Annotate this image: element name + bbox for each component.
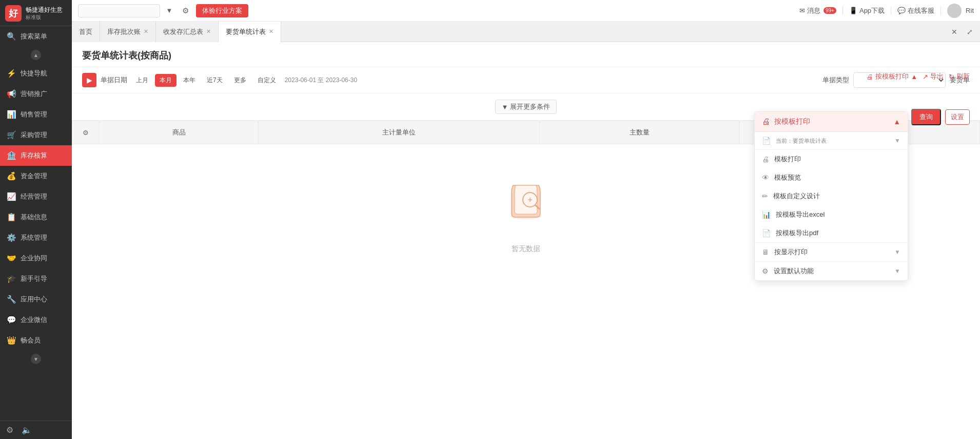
sidebar: 好 畅捷通好生意 标准版 🔍 搜索菜单 ▲ ⚡ 快捷导航 📢 营销推广 📊 销售… <box>0 0 72 439</box>
date-btn-custom[interactable]: 自定义 <box>253 74 281 87</box>
purchase-icon: 🛒 <box>6 130 16 140</box>
topbar-gear-icon[interactable]: ⚙ <box>179 4 192 17</box>
tab-inventory-batch-close[interactable]: ✕ <box>144 28 148 35</box>
set-default-icon: ⚙ <box>762 267 769 275</box>
sidebar-item-member[interactable]: 👑 畅会员 <box>0 330 72 351</box>
expand-more-icon: ▼ <box>502 103 508 111</box>
promo-button[interactable]: 体验行业方案 <box>196 4 248 17</box>
expand-more-button[interactable]: ▼ 展开更多条件 <box>495 100 557 114</box>
guide-icon: 🎓 <box>6 274 16 284</box>
table-settings-icon[interactable]: ⚙ <box>79 125 93 140</box>
date-btn-more[interactable]: 更多 <box>229 74 251 87</box>
dropdown-display-print[interactable]: 🖥 按显示打印 ▼ <box>755 243 908 261</box>
app-download-button[interactable]: 📱 App下载 <box>849 6 885 15</box>
search-input[interactable] <box>78 4 160 17</box>
avatar[interactable] <box>947 4 962 18</box>
tab-stock-summary[interactable]: 收发存汇总表 ✕ <box>156 22 219 42</box>
item-print-label: 模板打印 <box>774 155 900 164</box>
dropdown-item-pdf[interactable]: 📄 按模板导出pdf <box>755 224 908 242</box>
dropdown-item-print[interactable]: 🖨 模板打印 <box>755 150 908 168</box>
sidebar-item-quick[interactable]: ⚡ 快捷导航 <box>0 63 72 84</box>
date-label: 单据日期 <box>101 75 127 85</box>
app-name: 畅捷通好生意 <box>26 6 63 14</box>
tab-window-close[interactable]: ✕ <box>948 26 961 38</box>
current-chevron-icon: ▼ <box>894 137 900 144</box>
page-header: 要货单统计表(按商品) <box>72 42 980 67</box>
sidebar-item-search[interactable]: 🔍 搜索菜单 <box>0 26 72 47</box>
col-unit-label: 主计量单位 <box>382 128 416 136</box>
export-label: 导出 <box>930 72 944 81</box>
print-dropdown-panel: 🖨 按模板打印 ▲ 📄 当前：要货单统计表 ▼ 🖨 模板打印 👁 <box>754 111 908 281</box>
sidebar-item-apps[interactable]: 🔧 应用中心 <box>0 289 72 310</box>
username-label: Rit <box>966 7 974 14</box>
item-preview-icon: 👁 <box>762 174 769 182</box>
tab-inventory-batch[interactable]: 库存批次账 ✕ <box>100 22 156 42</box>
tab-home[interactable]: 首页 <box>72 22 100 42</box>
display-print-label: 按显示打印 <box>774 247 808 257</box>
print-button[interactable]: 🖨 按模板打印 ▲ <box>867 72 917 81</box>
sidebar-item-basic[interactable]: 📋 基础信息 <box>0 207 72 227</box>
message-icon: ✉ <box>799 7 805 14</box>
download-icon: 📱 <box>849 7 857 14</box>
sidebar-item-collab[interactable]: 🤝 企业协同 <box>0 248 72 269</box>
dropdown-print-icon: 🖨 <box>762 117 770 126</box>
scroll-down-area: ▼ <box>0 351 72 367</box>
date-btn-7days[interactable]: 近7天 <box>202 74 227 87</box>
dropdown-item-preview[interactable]: 👁 模板预览 <box>755 168 908 187</box>
marketing-icon: 📢 <box>6 89 16 99</box>
basic-icon: 📋 <box>6 212 16 222</box>
export-button[interactable]: ↗ 导出 <box>923 72 944 81</box>
online-service-label: 在线客服 <box>908 6 934 15</box>
sidebar-item-basic-label: 基础信息 <box>21 213 47 222</box>
apps-icon: 🔧 <box>6 294 16 304</box>
service-icon: 💬 <box>897 7 906 14</box>
tab-order-stats[interactable]: 要货单统计表 ✕ <box>219 22 281 42</box>
sidebar-item-fund[interactable]: 💰 资金管理 <box>0 166 72 186</box>
date-buttons: 上月 本月 本年 近7天 更多 自定义 <box>131 74 281 87</box>
sidebar-nav: ▲ ⚡ 快捷导航 📢 营销推广 📊 销售管理 🛒 采购管理 🏦 库存核算 💰 资… <box>0 47 72 421</box>
sidebar-item-wechat[interactable]: 💬 企业微信 <box>0 310 72 330</box>
settings-bottom-icon[interactable]: ⚙ <box>6 425 13 435</box>
main-area: ▼ ⚙ 体验行业方案 ✉ 消息 99+ 📱 App下载 💬 在线客服 Rit 首… <box>72 0 980 439</box>
query-button[interactable]: 查询 <box>911 109 941 125</box>
date-btn-current-year[interactable]: 本年 <box>179 74 200 87</box>
tab-stock-summary-close[interactable]: ✕ <box>206 28 211 35</box>
sidebar-item-inventory[interactable]: 🏦 库存核算 <box>0 145 72 166</box>
app-logo: 好 畅捷通好生意 标准版 <box>0 0 72 26</box>
scroll-down-button[interactable]: ▼ <box>31 354 41 364</box>
tab-window-expand[interactable]: ⤢ <box>964 26 976 38</box>
refresh-label: 刷新 <box>956 72 970 81</box>
display-print-chevron-icon: ▼ <box>894 249 900 256</box>
collab-icon: 🤝 <box>6 253 16 263</box>
refresh-button[interactable]: ↻ 刷新 <box>949 72 970 81</box>
sidebar-item-purchase[interactable]: 🛒 采购管理 <box>0 125 72 145</box>
dropdown-set-default[interactable]: ⚙ 设置默认功能 ▼ <box>755 262 908 280</box>
settings-button[interactable]: 设置 <box>945 109 970 125</box>
sidebar-item-marketing[interactable]: 📢 营销推广 <box>0 84 72 104</box>
topbar-dropdown-icon[interactable]: ▼ <box>164 6 174 16</box>
filter-expand-button[interactable]: ▶ <box>82 73 96 87</box>
tab-order-stats-close[interactable]: ✕ <box>269 28 273 35</box>
online-service-button[interactable]: 💬 在线客服 <box>897 6 934 15</box>
sidebar-item-wechat-label: 企业微信 <box>21 315 47 325</box>
sidebar-item-sales-label: 销售管理 <box>21 110 47 119</box>
date-btn-current-month[interactable]: 本月 <box>155 74 177 87</box>
dropdown-current[interactable]: 📄 当前：要货单统计表 ▼ <box>755 132 908 149</box>
sidebar-item-guide[interactable]: 🎓 新手引导 <box>0 269 72 289</box>
page-title: 要货单统计表(按商品) <box>82 49 970 62</box>
set-default-label: 设置默认功能 <box>774 266 814 276</box>
sidebar-item-member-label: 畅会员 <box>21 336 41 345</box>
sidebar-item-sales[interactable]: 📊 销售管理 <box>0 104 72 125</box>
message-button[interactable]: ✉ 消息 99+ <box>799 6 836 15</box>
table-settings-col: ⚙ <box>72 121 100 144</box>
display-print-icon: 🖥 <box>762 248 769 256</box>
col-quantity-label: 主数量 <box>630 128 650 136</box>
sidebar-item-system[interactable]: ⚙️ 系统管理 <box>0 227 72 248</box>
scroll-up-button[interactable]: ▲ <box>31 50 41 60</box>
dropdown-item-design[interactable]: ✏ 模板自定义设计 <box>755 187 908 205</box>
dropdown-collapse-button[interactable]: ▲ <box>893 118 900 126</box>
volume-icon[interactable]: 🔈 <box>22 425 32 435</box>
date-btn-prev-month[interactable]: 上月 <box>131 74 153 87</box>
sidebar-item-business[interactable]: 📈 经营管理 <box>0 186 72 207</box>
dropdown-item-excel[interactable]: 📊 按模板导出excel <box>755 205 908 224</box>
